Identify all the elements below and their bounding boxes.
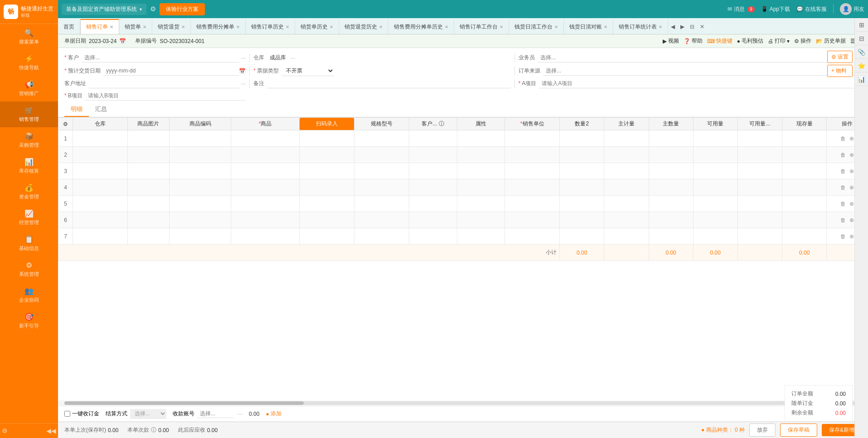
row-delete-7[interactable]: 🗑 [840, 233, 846, 240]
settings-bottom-icon[interactable]: ⚙ [2, 427, 8, 434]
tab-close-7[interactable]: ✕ [379, 24, 383, 29]
row-delete-6[interactable]: 🗑 [840, 217, 846, 223]
row-qty2-7[interactable] [560, 228, 604, 245]
row-main-qty-6[interactable] [649, 212, 693, 228]
topbar-user[interactable]: 👤 用友 [840, 3, 864, 15]
row-copy-5[interactable]: ⊕ [849, 201, 854, 207]
date-value[interactable]: 2023-03-24 [89, 38, 116, 44]
tab-8[interactable]: 销售费用分摊单历史✕ [388, 19, 454, 34]
row-customer-code-7[interactable] [409, 228, 457, 245]
print-btn[interactable]: 🖨 打印 ▾ [768, 37, 790, 45]
remark-input[interactable] [267, 79, 511, 88]
tab-close-8[interactable]: ✕ [445, 24, 448, 29]
tab-10[interactable]: 钱货日清工作台✕ [509, 19, 564, 34]
row-copy-7[interactable]: ⊕ [849, 233, 854, 240]
order-source-input[interactable] [543, 66, 862, 76]
sidebar-item-3[interactable]: 🛒 销售管理 [0, 101, 58, 127]
tab-close-all-btn[interactable]: ✕ [697, 19, 707, 34]
row-qty2-1[interactable] [560, 130, 604, 147]
row-customer-code-2[interactable] [409, 147, 457, 163]
tab-1[interactable]: 销售订单✕ [80, 19, 119, 34]
row-attr-2[interactable] [457, 147, 505, 163]
topbar-online-service[interactable]: 💬 在线客服 [796, 5, 827, 13]
row-customer-code-5[interactable] [409, 196, 457, 212]
horizontal-scrollbar[interactable] [58, 400, 868, 406]
row-spec-7[interactable] [354, 228, 409, 245]
tab-expand-btn[interactable]: ⊟ [687, 19, 697, 34]
one-click-checkbox[interactable]: 一键收订金 [64, 410, 99, 418]
tab-close-11[interactable]: ✕ [604, 24, 607, 29]
row-unit-1[interactable] [505, 130, 560, 147]
sidebar-item-10[interactable]: 👥 企业协同 [0, 282, 58, 308]
row-main-qty-3[interactable] [649, 163, 693, 179]
row-attr-4[interactable] [457, 179, 505, 196]
row-warehouse-5[interactable] [73, 196, 128, 212]
topbar-app-download[interactable]: 📱 App下载 [761, 5, 790, 13]
row-unit-7[interactable] [505, 228, 560, 245]
row-warehouse-7[interactable] [73, 228, 128, 245]
row-product-2[interactable] [231, 147, 299, 163]
row-attr-6[interactable] [457, 212, 505, 228]
row-qty2-5[interactable] [560, 196, 604, 212]
row-delete-1[interactable]: 🗑 [840, 135, 846, 142]
row-main-qty-1[interactable] [649, 130, 693, 147]
row-warehouse-2[interactable] [73, 147, 128, 163]
row-code-1[interactable] [170, 130, 231, 147]
payment-method-select[interactable]: 选择... [130, 409, 166, 419]
row-copy-3[interactable]: ⊕ [849, 168, 854, 174]
row-customer-code-6[interactable] [409, 212, 457, 228]
row-delete-5[interactable]: 🗑 [840, 201, 846, 207]
tab-0[interactable]: 首页 [58, 19, 80, 34]
tab-close-4[interactable]: ✕ [236, 24, 240, 29]
row-qty2-6[interactable] [560, 212, 604, 228]
tab-close-3[interactable]: ✕ [181, 24, 185, 29]
row-attr-5[interactable] [457, 196, 505, 212]
row-warehouse-3[interactable] [73, 163, 128, 179]
row-unit-6[interactable] [505, 212, 560, 228]
row-unit-3[interactable] [505, 163, 560, 179]
shortcut-btn[interactable]: ⌨ 快捷键 [707, 37, 732, 45]
sidebar-item-9[interactable]: ⚙ 系统管理 [0, 256, 58, 282]
account-input[interactable] [197, 409, 233, 418]
tab-4[interactable]: 销售费用分摊单✕ [191, 19, 246, 34]
row-delete-4[interactable]: 🗑 [840, 184, 846, 191]
customer-addr-input[interactable] [89, 79, 239, 88]
right-icon-4[interactable]: ⭐ [855, 59, 868, 72]
tab-close-2[interactable]: ✕ [143, 24, 146, 29]
tab-3[interactable]: 销货退货✕ [152, 19, 191, 34]
right-icon-2[interactable]: ⊟ [855, 32, 868, 45]
sidebar-item-8[interactable]: 📋 基础信息 [0, 231, 58, 256]
tab-12[interactable]: 销售订单统计表✕ [613, 19, 668, 34]
tab-2[interactable]: 销货单✕ [119, 19, 152, 34]
topbar-gear-icon[interactable]: ⚙ [150, 5, 156, 13]
row-spec-5[interactable] [354, 196, 409, 212]
sidebar-item-6[interactable]: 💰 资金管理 [0, 179, 58, 205]
tab-summary[interactable]: 汇总 [89, 102, 113, 117]
collapse-icon[interactable]: ◀◀ [46, 427, 56, 434]
warehouse-more-icon[interactable]: ··· [291, 55, 295, 61]
row-main-qty-7[interactable] [649, 228, 693, 245]
row-code-4[interactable] [170, 179, 231, 196]
row-delete-2[interactable]: 🗑 [840, 152, 846, 158]
help-btn[interactable]: ❓ 帮助 [684, 37, 703, 45]
row-warehouse-4[interactable] [73, 179, 128, 196]
row-unit-4[interactable] [505, 179, 560, 196]
row-product-6[interactable] [231, 212, 299, 228]
discard-button[interactable]: 放弃 [749, 424, 776, 437]
row-product-4[interactable] [231, 179, 299, 196]
row-attr-7[interactable] [457, 228, 505, 245]
tab-prev-btn[interactable]: ◀ [668, 19, 678, 34]
customer-input[interactable] [82, 53, 239, 63]
add-button[interactable]: ● 添加 [266, 410, 281, 418]
delivery-input[interactable] [103, 66, 239, 76]
tab-detail[interactable]: 明细 [64, 102, 89, 117]
invoice-select[interactable]: 不开票 增值税普通发票 增值税专用发票 [281, 66, 334, 76]
add-goods-btn[interactable]: + 物料 [827, 65, 853, 77]
tab-6[interactable]: 销货单历史✕ [295, 19, 339, 34]
row-attr-3[interactable] [457, 163, 505, 179]
tab-9[interactable]: 销售订单工作台✕ [454, 19, 509, 34]
tab-close-6[interactable]: ✕ [330, 24, 333, 29]
sidebar-item-11[interactable]: 🎯 新手引导 [0, 308, 58, 334]
right-icon-5[interactable]: 📊 [855, 72, 868, 86]
settings-btn[interactable]: ⚙ 设置 [827, 51, 853, 63]
